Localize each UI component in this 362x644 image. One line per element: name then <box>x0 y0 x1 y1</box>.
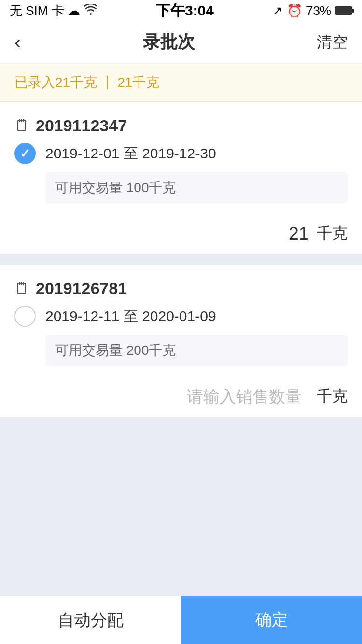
batch1-icon: 🗒 <box>14 117 30 135</box>
batch1-id: 2019112347 <box>36 116 127 135</box>
batch1-available: 可用交易量 100千克 <box>45 172 348 204</box>
batch1-amount-unit: 千克 <box>317 223 348 244</box>
summary-divider <box>107 76 108 89</box>
location-icon: ↗ <box>272 3 283 18</box>
status-left: 无 SIM 卡 ☁ <box>10 2 97 19</box>
page-title: 录批次 <box>143 30 195 54</box>
summary-banner: 已录入21千克 21千克 <box>0 64 362 102</box>
batch2-date-row[interactable]: 2019-12-11 至 2020-01-09 <box>14 306 348 327</box>
batch2-input-row[interactable]: 千克 <box>0 376 362 418</box>
batch2-radio[interactable] <box>14 306 36 327</box>
back-button[interactable]: ‹ <box>14 31 21 53</box>
batch2-date: 2019-12-11 至 2020-01-09 <box>45 307 216 326</box>
wifi-icon <box>84 3 97 18</box>
batch2-qty-input[interactable] <box>14 387 309 406</box>
batch1-date: 2019-12-01 至 2019-12-30 <box>45 144 216 164</box>
batch1-amount-value: 21 <box>289 224 309 244</box>
battery-text: 73% <box>306 3 331 18</box>
battery-icon <box>335 6 352 15</box>
confirm-button[interactable]: 确定 <box>181 596 362 644</box>
nav-bar: ‹ 录批次 清空 <box>0 21 362 64</box>
summary-value: 21千克 <box>117 73 159 92</box>
status-bar: 无 SIM 卡 ☁ 下午3:04 ↗ ⏰ 73% <box>0 0 362 21</box>
section-separator <box>0 255 362 265</box>
batch2-card: 🗒 2019126781 2019-12-11 至 2020-01-09 可用交… <box>0 265 362 376</box>
batch2-available: 可用交易量 200千克 <box>45 335 348 366</box>
bottom-bar: 自动分配 确定 <box>0 596 362 644</box>
batch1-header: 🗒 2019112347 <box>14 116 348 135</box>
status-time: 下午3:04 <box>156 1 214 21</box>
check-icon: ✓ <box>20 146 30 161</box>
batch2-header: 🗒 2019126781 <box>14 279 348 298</box>
batch2-id: 2019126781 <box>36 279 127 298</box>
batch1-date-row[interactable]: ✓ 2019-12-01 至 2019-12-30 <box>14 143 348 164</box>
clear-button[interactable]: 清空 <box>317 32 348 53</box>
auto-distribute-button[interactable]: 自动分配 <box>0 596 181 644</box>
status-right: ↗ ⏰ 73% <box>272 3 352 18</box>
alarm-icon: ⏰ <box>287 3 302 18</box>
batch2-icon: 🗒 <box>14 280 30 297</box>
sim-text: 无 SIM 卡 ☁ <box>10 2 80 19</box>
batch1-radio[interactable]: ✓ <box>14 143 36 164</box>
batch1-amount-row: 21 千克 <box>0 213 362 255</box>
batch2-input-unit: 千克 <box>317 386 348 407</box>
batch1-card: 🗒 2019112347 ✓ 2019-12-01 至 2019-12-30 可… <box>0 102 362 213</box>
summary-label: 已录入21千克 <box>14 73 97 92</box>
